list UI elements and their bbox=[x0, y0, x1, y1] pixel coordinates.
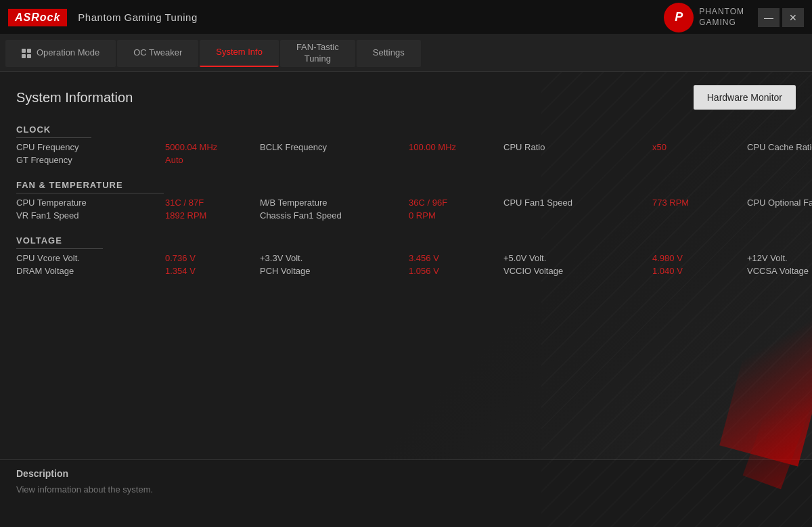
table-row: DRAM Voltage 1.354 V PCH Voltage 1.056 V… bbox=[16, 266, 796, 276]
table-row: CPU Temperature 31C / 87F M/B Temperatur… bbox=[16, 198, 796, 208]
voltage-rows: CPU Vcore Volt. 0.736 V +3.3V Volt. 3.45… bbox=[16, 253, 796, 276]
cpu-vcore-value: 0.736 V bbox=[165, 253, 260, 263]
vr-fan1-value: 1892 RPM bbox=[165, 210, 260, 221]
tab-fan-tastic[interactable]: FAN-Tastic Tuning bbox=[280, 40, 355, 67]
voltage-section-title: VOLTAGE bbox=[16, 235, 103, 249]
cpu-ratio-label: CPU Ratio bbox=[503, 142, 652, 152]
voltage-section: VOLTAGE CPU Vcore Volt. 0.736 V +3.3V Vo… bbox=[16, 234, 796, 276]
phantom-logo-icon: P bbox=[664, 3, 694, 32]
chassis-fan1-value: 0 RPM bbox=[409, 210, 503, 221]
grid-dot bbox=[27, 54, 31, 58]
minimize-button[interactable]: — bbox=[758, 8, 780, 27]
tab-settings[interactable]: Settings bbox=[357, 40, 421, 67]
dram-voltage-label: DRAM Voltage bbox=[16, 266, 165, 276]
fan-temp-section-title: FAN & TEMPERATURE bbox=[16, 180, 164, 193]
cpu-fan1-label: CPU Fan1 Speed bbox=[503, 198, 652, 208]
fan-temp-rows: CPU Temperature 31C / 87F M/B Temperatur… bbox=[16, 198, 796, 221]
clock-section: CLOCK CPU Frequency 5000.04 MHz BCLK Fre… bbox=[16, 123, 796, 165]
cpu-temp-label: CPU Temperature bbox=[16, 198, 165, 208]
gt-frequency-label: GT Frequency bbox=[16, 155, 165, 165]
mb-temp-value: 36C / 96F bbox=[409, 198, 503, 208]
grid-icon bbox=[22, 49, 31, 58]
description-text: View information about the system. bbox=[16, 484, 796, 495]
phantom-logo: P PHANTOMGAMING bbox=[664, 3, 744, 32]
table-row: CPU Frequency 5000.04 MHz BCLK Frequency… bbox=[16, 142, 796, 152]
p33v-label: +3.3V Volt. bbox=[260, 253, 409, 263]
window-controls: — ✕ bbox=[758, 8, 804, 27]
mb-temp-label: M/B Temperature bbox=[260, 198, 409, 208]
system-info-area: System Information Hardware Monitor CLOC… bbox=[0, 72, 812, 459]
p12v-label: +12V Volt. bbox=[747, 253, 812, 263]
bclk-frequency-value: 100.00 MHz bbox=[409, 142, 503, 152]
tab-operation-mode-label: Operation Mode bbox=[37, 47, 99, 59]
gt-frequency-value: Auto bbox=[165, 155, 260, 165]
cpu-cache-ratio-label: CPU Cache Ratio bbox=[747, 142, 812, 152]
vccio-voltage-value: 1.040 V bbox=[652, 266, 747, 276]
cpu-temp-value: 31C / 87F bbox=[165, 198, 260, 208]
grid-dot bbox=[22, 54, 26, 58]
cpu-fan1-value: 773 RPM bbox=[652, 198, 747, 208]
dram-voltage-value: 1.354 V bbox=[165, 266, 260, 276]
vccio-voltage-label: VCCIO Voltage bbox=[503, 266, 652, 276]
main-content: System Information Hardware Monitor CLOC… bbox=[0, 72, 812, 527]
bclk-frequency-label: BCLK Frequency bbox=[260, 142, 409, 152]
title-bar-right: P PHANTOMGAMING — ✕ bbox=[664, 3, 804, 32]
table-row: GT Frequency Auto bbox=[16, 155, 796, 165]
chassis-fan1-label: Chassis Fan1 Speed bbox=[260, 210, 409, 221]
cpu-opt-fan-label: CPU Optional Fan Speed bbox=[747, 198, 812, 208]
asrock-logo: ASRock bbox=[8, 9, 67, 26]
vccsa-voltage-label: VCCSA Voltage bbox=[747, 266, 812, 276]
description-title: Description bbox=[16, 468, 796, 479]
app-title: Phantom Gaming Tuning bbox=[78, 12, 197, 23]
p33v-value: 3.456 V bbox=[409, 253, 503, 263]
clock-section-title: CLOCK bbox=[16, 124, 91, 138]
title-bar-left: ASRock Phantom Gaming Tuning bbox=[8, 9, 198, 26]
p50v-label: +5.0V Volt. bbox=[503, 253, 652, 263]
hardware-monitor-button[interactable]: Hardware Monitor bbox=[694, 85, 796, 110]
description-footer: Description View information about the s… bbox=[0, 459, 812, 527]
cpu-frequency-value: 5000.04 MHz bbox=[165, 142, 260, 152]
phantom-logo-text: PHANTOMGAMING bbox=[699, 7, 744, 28]
p50v-value: 4.980 V bbox=[652, 253, 747, 263]
cpu-frequency-label: CPU Frequency bbox=[16, 142, 165, 152]
section-title: System Information bbox=[16, 90, 133, 106]
grid-dot bbox=[22, 49, 26, 53]
grid-dot bbox=[27, 49, 31, 53]
title-bar: ASRock Phantom Gaming Tuning P PHANTOMGA… bbox=[0, 0, 812, 35]
cpu-ratio-value: x50 bbox=[652, 142, 747, 152]
vr-fan1-label: VR Fan1 Speed bbox=[16, 210, 165, 221]
section-header: System Information Hardware Monitor bbox=[16, 85, 796, 110]
pch-voltage-value: 1.056 V bbox=[409, 266, 503, 276]
fan-temp-section: FAN & TEMPERATURE CPU Temperature 31C / … bbox=[16, 179, 796, 221]
table-row: CPU Vcore Volt. 0.736 V +3.3V Volt. 3.45… bbox=[16, 253, 796, 263]
clock-rows: CPU Frequency 5000.04 MHz BCLK Frequency… bbox=[16, 142, 796, 165]
tab-oc-tweaker[interactable]: OC Tweaker bbox=[117, 40, 198, 67]
cpu-vcore-label: CPU Vcore Volt. bbox=[16, 253, 165, 263]
nav-tabs: Operation Mode OC Tweaker System Info FA… bbox=[0, 35, 812, 72]
table-row: VR Fan1 Speed 1892 RPM Chassis Fan1 Spee… bbox=[16, 210, 796, 221]
tab-system-info[interactable]: System Info bbox=[200, 40, 279, 67]
pch-voltage-label: PCH Voltage bbox=[260, 266, 409, 276]
close-button[interactable]: ✕ bbox=[782, 8, 804, 27]
tab-operation-mode[interactable]: Operation Mode bbox=[5, 40, 116, 67]
